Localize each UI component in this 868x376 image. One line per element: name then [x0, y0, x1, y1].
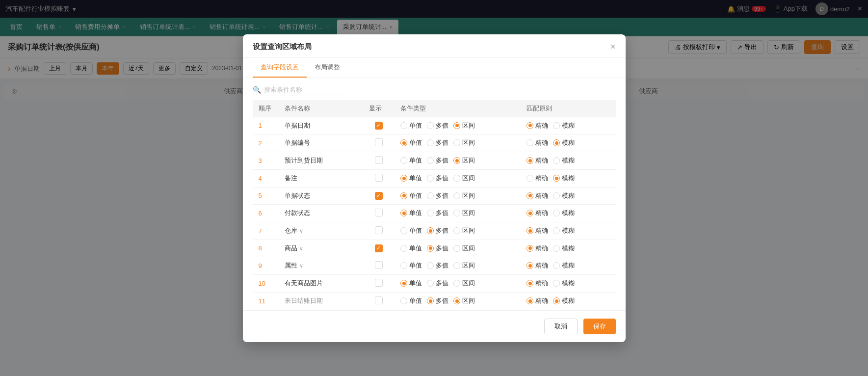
tab-fields-label: 查询字段设置	[261, 63, 299, 71]
modal-overlay: 设置查询区域布局 × 查询字段设置 布局调整 🔍 顺序	[0, 0, 868, 104]
search-input[interactable]	[264, 86, 342, 93]
th-match: 匹配原则	[521, 100, 615, 105]
fields-table: 顺序 条件名称 显示 条件类型 匹配原则 1单据日期单值多值区间精确模糊2单据编…	[253, 100, 616, 105]
dialog-tabs: 查询字段设置 布局调整	[243, 58, 626, 78]
dialog-header: 设置查询区域布局 ×	[243, 34, 626, 58]
th-type: 条件类型	[395, 100, 521, 105]
search-icon: 🔍	[253, 86, 261, 94]
config-table: 顺序 条件名称 显示 条件类型 匹配原则 1单据日期单值多值区间精确模糊2单据编…	[243, 100, 626, 105]
search-box: 🔍	[253, 84, 351, 96]
table-header: 顺序 条件名称 显示 条件类型 匹配原则	[253, 100, 616, 105]
dialog-title: 设置查询区域布局	[253, 42, 312, 52]
th-order: 顺序	[253, 100, 279, 105]
settings-dialog: 设置查询区域布局 × 查询字段设置 布局调整 🔍 顺序	[243, 34, 626, 105]
dialog-search-area: 🔍	[243, 78, 626, 100]
tab-fields[interactable]: 查询字段设置	[253, 58, 307, 78]
th-name: 条件名称	[279, 100, 363, 105]
th-display: 显示	[363, 100, 395, 105]
tab-layout-label: 布局调整	[315, 63, 340, 71]
dialog-close-btn[interactable]: ×	[610, 42, 616, 51]
tab-layout[interactable]: 布局调整	[307, 58, 348, 78]
